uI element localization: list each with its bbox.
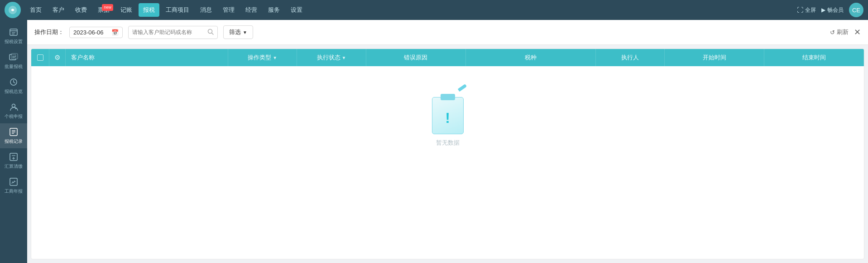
th-status[interactable]: 执行状态 ▼	[297, 49, 366, 66]
sidebar-item-tax-settings[interactable]: 报税设置	[0, 24, 27, 49]
tax-summary-icon	[9, 77, 19, 87]
chevron-down-icon: ▼	[243, 30, 247, 35]
empty-illustration: !	[425, 84, 470, 134]
search-input[interactable]	[129, 27, 204, 38]
svg-rect-21	[10, 178, 17, 185]
annual-report-icon	[9, 177, 19, 187]
th-executor: 执行人	[596, 49, 665, 66]
search-wrap	[128, 26, 218, 39]
search-button[interactable]	[204, 26, 217, 39]
th-end-time: 结束时间	[764, 49, 864, 66]
nav-item-manage[interactable]: 管理	[218, 3, 239, 17]
new-badge: new	[102, 4, 113, 11]
nav-item-tax[interactable]: 报税	[139, 3, 159, 17]
nav-item-settings[interactable]: 设置	[286, 3, 307, 17]
logo[interactable]	[5, 2, 21, 18]
top-nav-items: 首页 客户 收费 票据 new 记账 报税 工商项目 消息 管理 经营 服务 设…	[25, 3, 797, 17]
empty-text: 暂无数据	[436, 139, 460, 147]
th-name: 客户名称	[66, 49, 228, 66]
member-button[interactable]: ▶ 畅会员	[821, 6, 844, 14]
sidebar-item-annual-report[interactable]: 工商年报	[0, 173, 27, 198]
clipboard-clip	[441, 94, 455, 100]
exclamation-mark: !	[432, 97, 463, 134]
toolbar-right: ↺ 刷新 ✕	[830, 28, 861, 36]
table-wrap: ⚙ 客户名称 操作类型 ▼ 执行状态 ▼ 错误原因 税种	[31, 49, 864, 259]
date-input[interactable]	[73, 29, 110, 36]
personal-tax-icon	[9, 102, 19, 112]
fullscreen-button[interactable]: ⛶ 全屏	[797, 6, 816, 14]
sort-icon-status: ▼	[342, 55, 346, 60]
date-label: 操作日期：	[34, 28, 64, 36]
refresh-button[interactable]: ↺ 刷新	[830, 28, 849, 36]
sidebar-item-batch-tax[interactable]: 批量报税	[0, 49, 27, 73]
sidebar-item-personal-tax[interactable]: 个税申报	[0, 98, 27, 123]
top-nav: 首页 客户 收费 票据 new 记账 报税 工商项目 消息 管理 经营 服务 设…	[0, 0, 868, 20]
avatar[interactable]: CE	[849, 3, 863, 17]
fullscreen-icon: ⛶	[797, 6, 803, 14]
toolbar: 操作日期： 📅 筛选 ▼ ↺	[27, 20, 868, 45]
nav-item-message[interactable]: 消息	[196, 3, 216, 17]
empty-state: ! 暂无数据	[31, 66, 864, 174]
content-area: 操作日期： 📅 筛选 ▼ ↺	[27, 20, 868, 263]
top-nav-right: ⛶ 全屏 ▶ 畅会员 CE	[797, 3, 863, 17]
tax-settings-icon	[9, 27, 19, 37]
svg-point-10	[12, 104, 15, 107]
main-layout: 报税设置 批量报税 报税总览	[0, 20, 868, 263]
svg-line-23	[212, 33, 214, 34]
sidebar-item-calc-pay[interactable]: 汇算清缴	[0, 148, 27, 173]
table-header: ⚙ 客户名称 操作类型 ▼ 执行状态 ▼ 错误原因 税种	[31, 49, 864, 66]
sort-icon-type: ▼	[273, 55, 277, 60]
th-type[interactable]: 操作类型 ▼	[228, 49, 297, 66]
sidebar: 报税设置 批量报税 报税总览	[0, 20, 27, 263]
play-icon: ▶	[821, 7, 825, 13]
calc-pay-icon	[9, 152, 19, 162]
nav-item-billing[interactable]: 收费	[71, 3, 91, 17]
batch-tax-icon	[9, 52, 19, 62]
refresh-icon: ↺	[830, 29, 835, 36]
th-settings[interactable]: ⚙	[49, 49, 66, 66]
filter-button[interactable]: 筛选 ▼	[223, 25, 253, 39]
calendar-icon: 📅	[111, 29, 119, 36]
sidebar-item-tax-record[interactable]: 报税记录	[0, 123, 27, 148]
nav-item-service[interactable]: 服务	[264, 3, 284, 17]
header-checkbox[interactable]	[37, 54, 43, 61]
th-taxtype: 税种	[466, 49, 596, 66]
nav-item-customer[interactable]: 客户	[48, 3, 69, 17]
th-start-time: 开始时间	[665, 49, 764, 66]
date-picker[interactable]: 📅	[69, 27, 123, 38]
th-checkbox[interactable]	[31, 49, 49, 66]
clipboard-body: !	[432, 97, 464, 134]
th-error: 错误原因	[366, 49, 466, 66]
nav-item-invoice[interactable]: 票据 new	[93, 3, 114, 17]
nav-item-bookkeeping[interactable]: 记账	[116, 3, 137, 17]
settings-icon[interactable]: ⚙	[54, 54, 60, 62]
tax-record-icon	[9, 127, 19, 137]
sidebar-item-tax-summary[interactable]: 报税总览	[0, 73, 27, 98]
svg-rect-1	[10, 29, 17, 35]
close-button[interactable]: ✕	[854, 28, 861, 36]
pencil-icon	[457, 84, 466, 92]
nav-item-operation[interactable]: 经营	[241, 3, 262, 17]
nav-item-home[interactable]: 首页	[25, 3, 46, 17]
nav-item-bizproject[interactable]: 工商项目	[161, 3, 194, 17]
